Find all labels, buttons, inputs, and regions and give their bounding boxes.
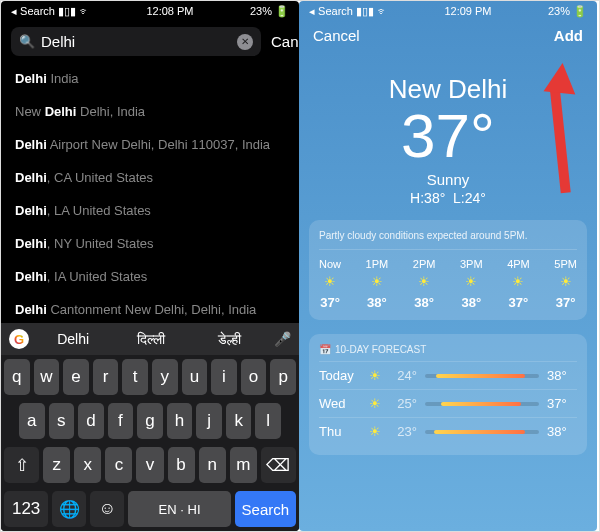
key-b[interactable]: b — [168, 447, 195, 483]
high-low: H:38° L:24° — [299, 190, 597, 206]
backspace-key[interactable]: ⌫ — [261, 447, 296, 483]
key-j[interactable]: j — [196, 403, 222, 439]
search-result[interactable]: Delhi Cantonment New Delhi, Delhi, India — [15, 293, 285, 326]
key-l[interactable]: l — [255, 403, 281, 439]
suggestion-bar: G Delhi दिल्ली डेल्ही 🎤 — [1, 323, 299, 355]
mic-icon[interactable]: 🎤 — [274, 331, 291, 347]
key-t[interactable]: t — [122, 359, 148, 395]
signal-icon: ▮▯▮ — [356, 5, 374, 18]
forecast-header: 📅 10-DAY FORECAST — [319, 344, 577, 361]
key-m[interactable]: m — [230, 447, 257, 483]
hour-cell: 4PM☀37° — [507, 258, 530, 310]
key-f[interactable]: f — [108, 403, 134, 439]
back-label[interactable]: ◂ Search — [309, 5, 353, 18]
key-v[interactable]: v — [136, 447, 163, 483]
google-icon[interactable]: G — [9, 329, 29, 349]
clear-icon[interactable]: ✕ — [237, 34, 253, 50]
battery-icon: 🔋 — [573, 5, 587, 18]
emoji-key[interactable]: ☺ — [90, 491, 124, 527]
key-i[interactable]: i — [211, 359, 237, 395]
battery-pct: 23% — [250, 5, 272, 17]
keyboard: G Delhi दिल्ली डेल्ही 🎤 qwertyuiop asdfg… — [1, 323, 299, 531]
key-e[interactable]: e — [63, 359, 89, 395]
key-c[interactable]: c — [105, 447, 132, 483]
forecast-row: Today☀24°38° — [319, 361, 577, 389]
hour-cell: 1PM☀38° — [366, 258, 389, 310]
forecast-card: 📅 10-DAY FORECAST Today☀24°38°Wed☀25°37°… — [309, 334, 587, 455]
weather-screen: ◂ Search▮▯▮ᯤ 12:09 PM 23%🔋 Cancel Add Ne… — [299, 1, 597, 531]
shift-key[interactable]: ⇧ — [4, 447, 39, 483]
battery-pct: 23% — [548, 5, 570, 17]
key-g[interactable]: g — [137, 403, 163, 439]
condition: Sunny — [299, 171, 597, 188]
signal-icon: ▮▯▮ — [58, 5, 76, 18]
back-label[interactable]: ◂ Search — [11, 5, 55, 18]
key-x[interactable]: x — [74, 447, 101, 483]
search-results: Delhi IndiaNew Delhi Delhi, IndiaDelhi A… — [1, 62, 299, 326]
clock: 12:08 PM — [146, 5, 193, 17]
temperature: 37° — [299, 105, 597, 167]
forecast-row: Wed☀25°37° — [319, 389, 577, 417]
key-u[interactable]: u — [182, 359, 208, 395]
hour-cell: 3PM☀38° — [460, 258, 483, 310]
status-bar: ◂ Search▮▯▮ᯤ 12:09 PM 23%🔋 — [299, 1, 597, 21]
search-result[interactable]: Delhi, CA United States — [15, 161, 285, 194]
search-result[interactable]: New Delhi Delhi, India — [15, 95, 285, 128]
key-d[interactable]: d — [78, 403, 104, 439]
space-key[interactable]: EN · HI — [128, 491, 230, 527]
key-z[interactable]: z — [43, 447, 70, 483]
key-k[interactable]: k — [226, 403, 252, 439]
cancel-button[interactable]: Cancel — [271, 33, 299, 50]
suggestion[interactable]: डेल्ही — [196, 331, 264, 348]
search-screen: ◂ Search▮▯▮ᯤ 12:08 PM 23%🔋 🔍 ✕ Cancel De… — [1, 1, 299, 531]
forecast-row: Thu☀23°38° — [319, 417, 577, 445]
search-result[interactable]: Delhi, NY United States — [15, 227, 285, 260]
search-key[interactable]: Search — [235, 491, 296, 527]
key-s[interactable]: s — [49, 403, 75, 439]
key-y[interactable]: y — [152, 359, 178, 395]
search-icon: 🔍 — [19, 34, 35, 49]
clock: 12:09 PM — [444, 5, 491, 17]
search-result[interactable]: Delhi Airport New Delhi, Delhi 110037, I… — [15, 128, 285, 161]
hourly-card: Partly cloudy conditions expected around… — [309, 220, 587, 320]
key-q[interactable]: q — [4, 359, 30, 395]
summary-text: Partly cloudy conditions expected around… — [319, 230, 577, 250]
suggestion[interactable]: दिल्ली — [117, 331, 185, 348]
wifi-icon: ᯤ — [79, 5, 90, 17]
search-field[interactable]: 🔍 ✕ — [11, 27, 261, 56]
key-n[interactable]: n — [199, 447, 226, 483]
key-h[interactable]: h — [167, 403, 193, 439]
hour-cell: 2PM☀38° — [413, 258, 436, 310]
status-bar: ◂ Search▮▯▮ᯤ 12:08 PM 23%🔋 — [1, 1, 299, 21]
key-a[interactable]: a — [19, 403, 45, 439]
search-input[interactable] — [41, 33, 231, 50]
search-result[interactable]: Delhi, IA United States — [15, 260, 285, 293]
key-r[interactable]: r — [93, 359, 119, 395]
key-w[interactable]: w — [34, 359, 60, 395]
key-o[interactable]: o — [241, 359, 267, 395]
globe-key[interactable]: 🌐 — [52, 491, 86, 527]
hour-cell: Now☀37° — [319, 258, 341, 310]
search-result[interactable]: Delhi India — [15, 62, 285, 95]
search-result[interactable]: Delhi, LA United States — [15, 194, 285, 227]
num-key[interactable]: 123 — [4, 491, 48, 527]
suggestion[interactable]: Delhi — [39, 331, 107, 347]
key-p[interactable]: p — [270, 359, 296, 395]
battery-icon: 🔋 — [275, 5, 289, 18]
wifi-icon: ᯤ — [377, 5, 388, 17]
hour-cell: 5PM☀37° — [554, 258, 577, 310]
cancel-button[interactable]: Cancel — [313, 27, 360, 44]
add-button[interactable]: Add — [554, 27, 583, 44]
